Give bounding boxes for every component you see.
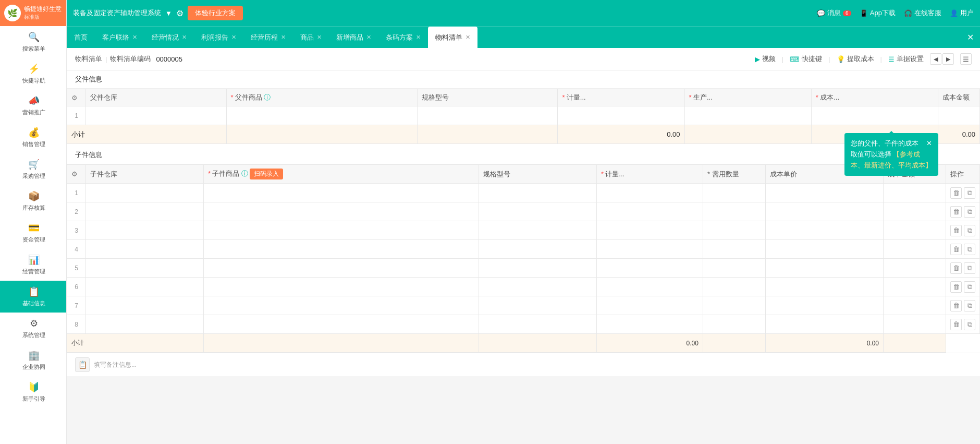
tab-bom-close[interactable]: ✕	[466, 34, 470, 41]
topbar-dropdown-icon[interactable]: ▼	[165, 9, 172, 17]
child-row-8-unit-price[interactable]	[765, 315, 883, 334]
child-row-6-unit[interactable]	[596, 278, 703, 296]
delete-btn-1[interactable]: 🗑	[950, 187, 962, 199]
tab-operations-close[interactable]: ✕	[182, 34, 187, 41]
child-row-7-unit-price[interactable]	[765, 296, 883, 315]
parent-row-1-product[interactable]	[226, 106, 417, 125]
child-row-3-product[interactable]	[204, 221, 479, 240]
child-row-1-product[interactable]	[204, 184, 479, 202]
child-row-5-unit[interactable]	[596, 259, 703, 278]
notes-icon-btn[interactable]: 📋	[75, 357, 90, 372]
tab-profit[interactable]: 利润报告 ✕	[194, 27, 243, 48]
delete-btn-7[interactable]: 🗑	[950, 300, 962, 311]
shortcut-btn[interactable]: ⌨ 快捷键	[790, 54, 822, 64]
parent-col-settings[interactable]: ⚙	[67, 89, 86, 106]
child-row-6-warehouse[interactable]	[86, 278, 204, 296]
app-download-btn[interactable]: 📱 App下载	[860, 8, 896, 18]
child-row-1-spec[interactable]	[479, 184, 596, 202]
delete-btn-8[interactable]: 🗑	[950, 319, 962, 330]
child-row-8-spec[interactable]	[479, 315, 596, 334]
copy-btn-6[interactable]: ⧉	[964, 281, 975, 293]
child-row-6-unit-price[interactable]	[765, 278, 883, 296]
child-row-7-warehouse[interactable]	[86, 296, 204, 315]
child-row-5-quantity[interactable]	[703, 259, 765, 278]
child-row-3-unit-price[interactable]	[765, 221, 883, 240]
online-service-btn[interactable]: 🎧 在线客服	[904, 8, 941, 18]
copy-btn-4[interactable]: ⧉	[964, 244, 975, 255]
child-row-8-unit[interactable]	[596, 315, 703, 334]
child-row-8-warehouse[interactable]	[86, 315, 204, 334]
sidebar-item-sales[interactable]: 💰 销售管理	[0, 122, 66, 153]
child-row-2-unit-price[interactable]	[765, 202, 883, 221]
messages-btn[interactable]: 💬 消息 6	[817, 8, 851, 18]
extract-cost-btn[interactable]: 💡 提取成本	[837, 54, 874, 64]
sidebar-item-basic-info[interactable]: 📋 基础信息	[0, 281, 66, 313]
child-row-1-warehouse[interactable]	[86, 184, 204, 202]
child-row-7-spec[interactable]	[479, 296, 596, 315]
child-row-1-unit-price[interactable]	[765, 184, 883, 202]
tab-customers[interactable]: 客户联络 ✕	[95, 27, 144, 48]
child-row-3-spec[interactable]	[479, 221, 596, 240]
copy-btn-2[interactable]: ⧉	[964, 206, 975, 218]
child-row-5-unit-price[interactable]	[765, 259, 883, 278]
user-btn[interactable]: 👤 用户	[950, 8, 974, 18]
child-row-4-quantity[interactable]	[703, 240, 765, 259]
child-row-2-warehouse[interactable]	[86, 202, 204, 221]
copy-btn-5[interactable]: ⧉	[964, 262, 975, 274]
sidebar-item-quick-nav[interactable]: ⚡ 快捷导航	[0, 58, 66, 90]
child-row-2-product[interactable]	[204, 202, 479, 221]
copy-btn-3[interactable]: ⧉	[964, 225, 975, 236]
copy-btn-7[interactable]: ⧉	[964, 300, 975, 311]
grid-view-btn[interactable]: ☰	[960, 53, 972, 65]
child-row-2-spec[interactable]	[479, 202, 596, 221]
copy-btn-1[interactable]: ⧉	[964, 187, 975, 199]
sidebar-item-operations[interactable]: 📊 经营管理	[0, 249, 66, 281]
child-row-4-warehouse[interactable]	[86, 240, 204, 259]
child-row-3-unit[interactable]	[596, 221, 703, 240]
parent-row-1-cost[interactable]	[811, 106, 938, 125]
child-row-4-product[interactable]	[204, 240, 479, 259]
delete-btn-4[interactable]: 🗑	[950, 244, 962, 255]
sidebar-item-finance[interactable]: 💳 资金管理	[0, 217, 66, 249]
tab-barcode[interactable]: 条码方案 ✕	[378, 27, 428, 48]
delete-btn-6[interactable]: 🗑	[950, 281, 962, 293]
parent-row-1-unit[interactable]	[558, 106, 684, 125]
single-settings-btn[interactable]: ☰ 单据设置	[888, 54, 924, 64]
child-row-1-quantity[interactable]	[703, 184, 765, 202]
sidebar-item-enterprise[interactable]: 🏢 企业协同	[0, 344, 66, 376]
child-row-4-unit-price[interactable]	[765, 240, 883, 259]
child-row-2-quantity[interactable]	[703, 202, 765, 221]
child-row-7-unit[interactable]	[596, 296, 703, 315]
tab-customers-close[interactable]: ✕	[132, 34, 137, 41]
copy-btn-8[interactable]: ⧉	[964, 319, 975, 330]
child-row-6-quantity[interactable]	[703, 278, 765, 296]
child-row-7-product[interactable]	[204, 296, 479, 315]
tab-operations[interactable]: 经营情况 ✕	[144, 27, 194, 48]
tab-products-close[interactable]: ✕	[317, 34, 322, 41]
tab-profit-close[interactable]: ✕	[231, 34, 236, 41]
child-row-5-product[interactable]	[204, 259, 479, 278]
parent-row-1-warehouse[interactable]	[86, 106, 227, 125]
child-row-1-unit[interactable]	[596, 184, 703, 202]
tab-new-products[interactable]: 新增商品 ✕	[329, 27, 378, 48]
tooltip-close-btn[interactable]: ✕	[926, 138, 932, 149]
child-row-6-product[interactable]	[204, 278, 479, 296]
tab-history-close[interactable]: ✕	[281, 34, 286, 41]
parent-row-1-production[interactable]	[684, 106, 811, 125]
nav-prev-btn[interactable]: ◀	[930, 53, 941, 65]
tab-bom[interactable]: 物料清单 ✕	[428, 27, 477, 48]
child-row-3-warehouse[interactable]	[86, 221, 204, 240]
sidebar-item-purchase[interactable]: 🛒 采购管理	[0, 153, 66, 185]
trial-btn[interactable]: 体验行业方案	[188, 6, 243, 20]
sidebar-item-inventory[interactable]: 📦 库存核算	[0, 185, 66, 217]
child-row-4-unit[interactable]	[596, 240, 703, 259]
sidebar-item-guide[interactable]: 🔰 新手引导	[0, 376, 66, 408]
delete-btn-3[interactable]: 🗑	[950, 225, 962, 236]
delete-btn-5[interactable]: 🗑	[950, 262, 962, 274]
child-row-8-product[interactable]	[204, 315, 479, 334]
sidebar-item-search[interactable]: 🔍 搜索菜单	[0, 26, 66, 58]
child-row-7-quantity[interactable]	[703, 296, 765, 315]
col-settings-icon[interactable]: ⚙	[71, 94, 78, 102]
view-btn[interactable]: ▶ 视频	[755, 54, 776, 64]
tab-home[interactable]: 首页	[67, 27, 95, 48]
